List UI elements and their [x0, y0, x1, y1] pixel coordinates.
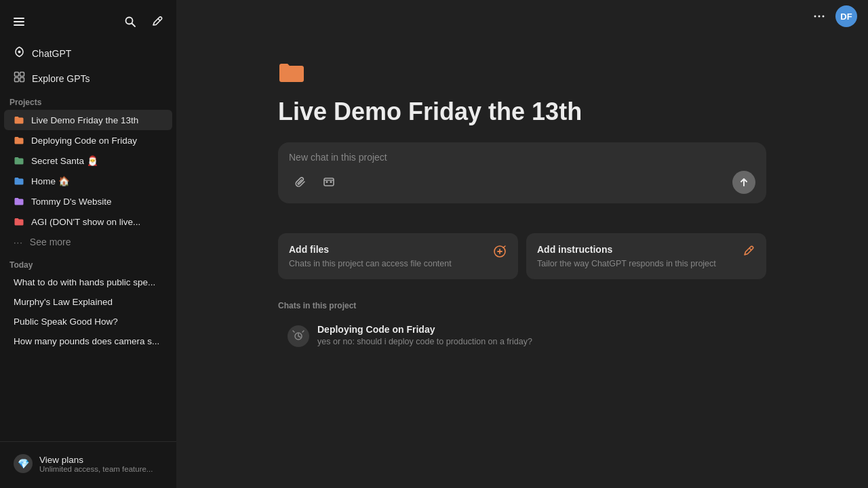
svg-line-5 — [158, 19, 161, 22]
svg-rect-8 — [20, 73, 24, 77]
sidebar-item-explore[interactable]: Explore GPTs — [4, 66, 172, 91]
svg-rect-1 — [14, 21, 24, 22]
svg-rect-9 — [15, 78, 19, 82]
view-plans-subtitle: Unlimited access, team feature... — [39, 465, 153, 473]
explore-label: Explore GPTs — [32, 73, 90, 84]
today-section-label: Today — [0, 252, 176, 272]
svg-rect-2 — [14, 24, 24, 26]
toggle-sidebar-button[interactable] — [8, 11, 30, 33]
add-files-icon — [492, 244, 507, 262]
explore-icon — [14, 71, 25, 85]
sidebar-top-actions — [119, 11, 168, 33]
chat-input-area: New chat in this project — [278, 142, 766, 203]
chat-history-item-hands[interactable]: What to do with hands public spe... — [4, 272, 172, 292]
project-folder-icon-secret-santa — [14, 155, 24, 166]
project-item-live-demo[interactable]: Live Demo Friday the 13th — [4, 110, 172, 130]
project-folder-icon-tommy — [14, 196, 24, 207]
chatgpt-label: ChatGPT — [32, 48, 71, 59]
chats-section: Chats in this project Deploying Code on … — [278, 301, 766, 355]
chat-item-deploying-preview: yes or no: should i deploy code to produ… — [317, 337, 532, 346]
add-instructions-card[interactable]: Add instructions Tailor the way ChatGPT … — [526, 233, 766, 279]
see-more-label: See more — [30, 237, 71, 247]
see-more-dots-icon: ··· — [14, 237, 23, 247]
chat-history-item-public-speak[interactable]: Public Speak Good How? — [4, 312, 172, 331]
chat-item-deploying-icon — [288, 325, 309, 347]
add-files-card[interactable]: Add files Chats in this project can acce… — [278, 233, 518, 279]
project-item-agi[interactable]: AGI (DON'T show on live... — [4, 211, 172, 232]
project-item-secret-santa[interactable]: Secret Santa 🎅 — [4, 150, 172, 171]
project-main-folder-icon — [278, 60, 766, 89]
main-content: Live Demo Friday the 13th New chat in th… — [176, 33, 868, 488]
attach-file-button[interactable] — [289, 171, 312, 194]
add-files-desc: Chats in this project can access file co… — [289, 259, 507, 268]
tools-button[interactable] — [317, 171, 340, 194]
project-folder-icon-live-demo — [14, 115, 24, 125]
main-header: DF — [176, 0, 868, 33]
svg-point-15 — [326, 181, 328, 183]
chat-item-deploying[interactable]: Deploying Code on Friday yes or no: shou… — [278, 316, 766, 355]
svg-point-11 — [814, 16, 816, 18]
main-area: DF Live Demo Friday the 13th New chat in… — [176, 0, 868, 488]
view-plans-title: View plans — [39, 455, 153, 465]
add-files-title: Add files — [289, 244, 507, 255]
add-instructions-title: Add instructions — [537, 244, 755, 255]
project-header: Live Demo Friday the 13th New chat in th… — [278, 46, 766, 233]
svg-rect-10 — [20, 78, 24, 82]
view-plans-button[interactable]: 💎 View plans Unlimited access, team feat… — [4, 449, 172, 479]
chat-history-item-murphy[interactable]: Murphy's Law Explained — [4, 292, 172, 312]
svg-point-13 — [823, 16, 825, 18]
add-instructions-desc: Tailor the way ChatGPT responds in this … — [537, 259, 755, 268]
chat-input-actions — [289, 171, 755, 194]
sidebar-item-chatgpt[interactable]: ChatGPT — [4, 41, 172, 66]
chats-section-label: Chats in this project — [278, 301, 766, 310]
project-folder-icon-agi — [14, 216, 24, 227]
project-item-tommy[interactable]: Tommy D's Website — [4, 191, 172, 211]
user-avatar[interactable]: DF — [835, 5, 857, 27]
svg-point-12 — [818, 16, 821, 18]
send-button[interactable] — [732, 171, 755, 194]
svg-rect-14 — [324, 178, 334, 186]
more-options-button[interactable] — [808, 5, 830, 27]
project-label-deploying: Deploying Code on Friday — [31, 136, 137, 146]
chat-item-deploying-content: Deploying Code on Friday yes or no: shou… — [317, 324, 532, 346]
chat-item-deploying-title: Deploying Code on Friday — [317, 324, 532, 335]
new-chat-button[interactable] — [146, 11, 168, 33]
project-item-deploying[interactable]: Deploying Code on Friday — [4, 130, 172, 150]
chatgpt-icon — [14, 46, 25, 60]
chat-input-field[interactable]: New chat in this project — [289, 152, 755, 163]
project-label-live-demo: Live Demo Friday the 13th — [31, 115, 138, 125]
project-folder-icon-deploying — [14, 135, 24, 146]
sidebar-top — [0, 5, 176, 38]
project-item-home[interactable]: Home 🏠 — [4, 171, 172, 191]
project-label-secret-santa: Secret Santa 🎅 — [31, 155, 98, 166]
sidebar-bottom: 💎 View plans Unlimited access, team feat… — [0, 441, 176, 483]
svg-line-18 — [749, 248, 751, 250]
svg-point-6 — [18, 51, 21, 54]
add-instructions-icon — [742, 244, 755, 261]
sidebar: ChatGPT Explore GPTs Projects Live Demo … — [0, 0, 176, 488]
svg-line-4 — [132, 24, 136, 27]
view-plans-icon: 💎 — [14, 454, 33, 473]
project-main-title: Live Demo Friday the 13th — [278, 98, 766, 126]
svg-point-16 — [330, 181, 332, 183]
chat-action-icons — [289, 171, 340, 194]
project-label-home: Home 🏠 — [31, 176, 70, 186]
project-label-agi: AGI (DON'T show on live... — [31, 217, 140, 227]
svg-rect-0 — [14, 18, 24, 19]
projects-section-label: Projects — [0, 91, 176, 110]
view-plans-text: View plans Unlimited access, team featur… — [39, 455, 153, 473]
project-folder-icon-home — [14, 176, 24, 186]
see-more-button[interactable]: ··· See more — [4, 232, 172, 252]
project-cards: Add files Chats in this project can acce… — [278, 233, 766, 279]
svg-rect-7 — [15, 73, 19, 77]
search-button[interactable] — [119, 11, 141, 33]
chat-history-item-camera[interactable]: How many pounds does camera s... — [4, 331, 172, 351]
project-label-tommy: Tommy D's Website — [31, 197, 112, 207]
